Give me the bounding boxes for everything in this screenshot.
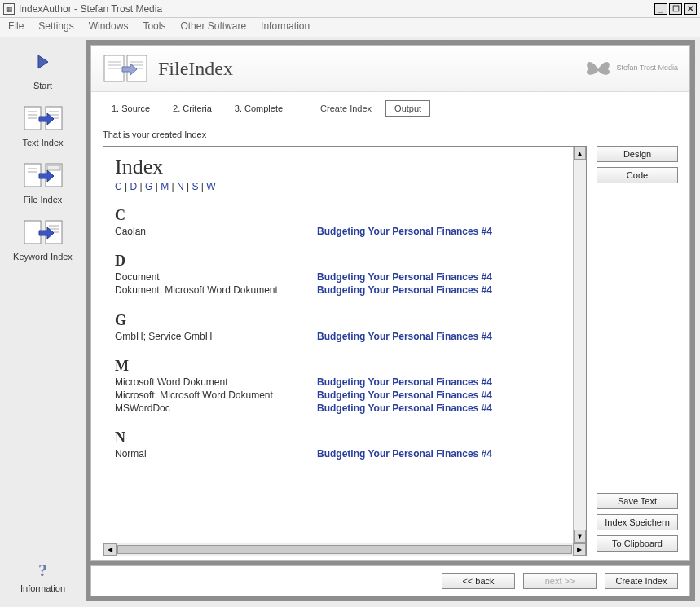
menu-information[interactable]: Information [261,20,310,32]
doc-arrow-icon [8,159,78,193]
window-buttons: _ ☐ ✕ [654,3,697,15]
brand: Stefan Trost Media [582,55,678,82]
scroll-thumb[interactable] [117,545,572,554]
sidebar-item-label: Information [20,583,65,593]
content-frame: FileIndex Stefan Trost Media 1. Source 2… [86,40,695,601]
sidebar: Start Text Index [0,37,86,606]
index-term: Dokument; Microsoft Word Dokument [115,284,317,297]
tab-complete[interactable]: 3. Complete [226,100,292,117]
index-ref[interactable]: Budgeting Your Personal Finances #4 [317,402,492,415]
index-ref[interactable]: Budgeting Your Personal Finances #4 [317,376,492,389]
header-panel: FileIndex Stefan Trost Media [91,46,689,92]
minimize-button[interactable]: _ [654,3,667,15]
scroll-up-icon[interactable]: ▲ [574,147,586,160]
index-speichern-button[interactable]: Index Speichern [597,514,678,530]
index-term: MSWordDoc [115,402,317,415]
vertical-scrollbar[interactable]: ▲ ▼ [573,147,586,543]
index-row: Microsoft Word Dokument Budgeting Your P… [115,376,561,389]
alpha-link[interactable]: M [161,181,169,192]
sidebar-item-information[interactable]: ? Information [7,556,80,600]
scroll-left-icon[interactable]: ◀ [103,543,117,556]
menu-windows[interactable]: Windows [89,20,129,32]
index-row: Normal Budgeting Your Personal Finances … [115,447,561,460]
alpha-link[interactable]: W [206,181,215,192]
create-index-button[interactable]: Create Index [605,573,678,589]
butterfly-icon [582,55,614,82]
svg-rect-16 [24,221,41,244]
next-button[interactable]: next >> [523,573,597,589]
doc-arrow-icon [8,216,78,250]
design-button[interactable]: Design [597,146,678,162]
window-title: IndexAuthor - Stefan Trost Media [19,3,654,15]
tab-source[interactable]: 1. Source [103,100,159,117]
menu-file[interactable]: File [8,20,24,32]
section-letter: D [115,253,561,270]
section-letter: N [115,429,561,446]
sidebar-item-start[interactable]: Start [7,42,80,97]
sidebar-item-label: Start [33,81,52,90]
close-button[interactable]: ✕ [684,3,697,15]
index-ref[interactable]: Budgeting Your Personal Finances #4 [317,271,492,284]
index-ref[interactable]: Budgeting Your Personal Finances #4 [317,447,492,460]
scroll-down-icon[interactable]: ▼ [574,530,586,543]
index-term: GmbH; Service GmbH [115,330,317,343]
index-term: Microsoft Word Dokument [115,376,317,389]
index-row: Microsoft; Microsoft Word Dokument Budge… [115,389,561,402]
index-title: Index [115,155,561,179]
right-buttons: Design Code Save Text Index Speichern To… [597,146,678,556]
sidebar-item-keyword-index[interactable]: Keyword Index [7,213,80,268]
index-ref[interactable]: Budgeting Your Personal Finances #4 [317,330,492,343]
menu-settings[interactable]: Settings [38,20,73,32]
index-term: Caolan [115,225,317,238]
alpha-link[interactable]: S [192,181,198,192]
back-button[interactable]: << back [442,573,515,589]
sidebar-item-text-index[interactable]: Text Index [7,99,80,154]
menubar: File Settings Windows Tools Other Softwa… [0,18,700,37]
sidebar-item-label: Keyword Index [13,252,73,262]
sidebar-item-label: Text Index [22,138,63,147]
tab-output[interactable]: Output [385,100,430,117]
play-icon [8,45,78,79]
svg-rect-12 [47,165,60,170]
header-icon [103,52,148,85]
alpha-link[interactable]: C [115,181,122,192]
index-viewer: Index C | D | G | M | N | S | W [103,146,587,556]
sidebar-item-file-index[interactable]: File Index [7,156,80,211]
index-section: C Caolan Budgeting Your Personal Finance… [115,207,561,238]
alpha-link[interactable]: N [177,181,184,192]
index-row: GmbH; Service GmbH Budgeting Your Person… [115,330,561,343]
index-row: Dokument; Microsoft Word Dokument Budget… [115,284,561,297]
to-clipboard-button[interactable]: To Clipboard [597,535,678,552]
menu-tools[interactable]: Tools [143,20,165,32]
tab-create-index[interactable]: Create Index [311,100,381,117]
alpha-link[interactable]: G [145,181,152,192]
section-letter: C [115,207,561,224]
section-letter: G [115,312,561,329]
index-term: Document [115,271,317,284]
index-term: Normal [115,447,317,460]
maximize-button[interactable]: ☐ [669,3,682,15]
horizontal-scrollbar[interactable]: ◀ ▶ [103,543,586,556]
index-row: Caolan Budgeting Your Personal Finances … [115,225,561,238]
index-ref[interactable]: Budgeting Your Personal Finances #4 [317,389,492,402]
question-icon: ? [8,559,78,582]
index-ref[interactable]: Budgeting Your Personal Finances #4 [317,225,492,238]
tabs: 1. Source 2. Criteria 3. Complete Create… [91,92,689,123]
viewer-content: Index C | D | G | M | N | S | W [103,147,573,543]
save-text-button[interactable]: Save Text [597,493,678,509]
index-section: N Normal Budgeting Your Personal Finance… [115,429,561,460]
index-ref[interactable]: Budgeting Your Personal Finances #4 [317,284,492,297]
index-section: D Document Budgeting Your Personal Finan… [115,253,561,297]
scroll-right-icon[interactable]: ▶ [573,543,586,556]
code-button[interactable]: Code [597,167,678,183]
app-icon: ▦ [3,3,15,15]
alpha-link[interactable]: D [130,181,137,192]
alpha-nav: C | D | G | M | N | S | W [115,181,561,192]
section-letter: M [115,358,561,375]
titlebar: ▦ IndexAuthor - Stefan Trost Media _ ☐ ✕ [0,0,700,18]
tab-criteria[interactable]: 2. Criteria [164,100,221,117]
index-section: G GmbH; Service GmbH Budgeting Your Pers… [115,312,561,343]
menu-other-software[interactable]: Other Software [180,20,246,32]
footer-panel: << back next >> Create Index [90,565,690,596]
svg-rect-10 [24,164,41,187]
